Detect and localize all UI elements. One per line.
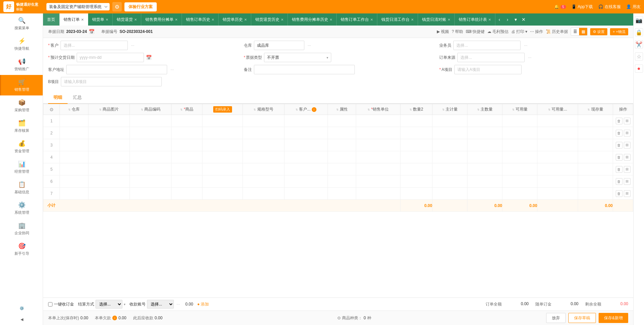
row-copy-btn[interactable]: ⊞ (624, 154, 631, 161)
right-panel-lock-btn[interactable]: 🔒 (635, 28, 643, 36)
b-project-input[interactable] (61, 77, 162, 86)
app-download-item[interactable]: 📱 App下载 (571, 4, 593, 10)
invoice-type-select[interactable]: 不开票 ▾ (264, 53, 331, 62)
tab-return[interactable]: 销货退货 ✕ (113, 13, 141, 26)
sort-icon[interactable]: ⇅ (477, 108, 480, 111)
settings-icon[interactable]: ⚙ (112, 2, 122, 11)
sidebar-item-purchase[interactable]: 📦 采购管理 (0, 95, 43, 116)
tab-close-icon[interactable]: ✕ (81, 18, 84, 22)
right-panel-clip-btn[interactable]: ✂️ (635, 40, 643, 48)
order-source-input[interactable] (457, 53, 525, 62)
row-copy-btn[interactable]: ⊞ (624, 130, 631, 136)
history-btn[interactable]: 📜 历史单据 (546, 29, 568, 35)
tab-daily-workbench[interactable]: 钱货日清工作台 ✕ (377, 13, 418, 26)
save-new-btn[interactable]: 保存&新增 (599, 313, 628, 323)
order-source-more-btn[interactable]: ··· (527, 55, 533, 60)
tab-expense-split[interactable]: 销售费用分摊单 ✕ (141, 13, 182, 26)
print-btn[interactable]: 🖨 打印 ▾ (511, 29, 527, 35)
sidebar-settings-btn[interactable]: ⚙️ (0, 303, 43, 314)
sidebar-item-marketing[interactable]: 📢 营销推广 (0, 54, 43, 75)
tab-expense-history[interactable]: 销售费用分摊单历史 ✕ (288, 13, 337, 26)
warehouse-display[interactable]: 成品库 (254, 41, 304, 50)
row-delete-btn[interactable]: 🗑 (616, 178, 622, 185)
sort-icon[interactable]: ⇅ (442, 108, 445, 111)
tab-close-icon[interactable]: ✕ (411, 18, 414, 22)
industry-btn[interactable]: 体验行业方案 (124, 2, 157, 11)
row-delete-btn[interactable]: 🗑 (616, 118, 622, 124)
sort-icon[interactable]: ⇅ (99, 108, 102, 111)
this-order-info-icon[interactable]: i (112, 316, 117, 320)
salesperson-input[interactable] (453, 41, 521, 50)
calendar-icon[interactable]: 📅 (89, 29, 94, 34)
customer-more-btn[interactable]: ··· (130, 43, 136, 48)
info-icon[interactable]: i (312, 107, 316, 112)
tab-prev-btn[interactable]: ‹ (495, 13, 503, 26)
sidebar-item-sales[interactable]: 🛒 销售管理 (0, 75, 43, 95)
row-delete-btn[interactable]: 🗑 (616, 190, 622, 197)
sort-icon[interactable]: ⇅ (410, 108, 412, 111)
row-delete-btn[interactable]: 🗑 (616, 142, 622, 149)
address-input[interactable] (66, 65, 167, 74)
sidebar-item-quicknav[interactable]: ⚡ 快捷导航 (0, 34, 43, 54)
sort-icon[interactable]: ⇅ (141, 108, 143, 111)
grid-view-btn[interactable]: ▦ (579, 28, 587, 35)
add-payment-btn[interactable]: ● 添加 (197, 301, 209, 307)
row-copy-btn[interactable]: ⊞ (624, 190, 631, 197)
discard-btn[interactable]: 放弃 (546, 313, 566, 323)
tab-close-icon[interactable]: ✕ (244, 18, 247, 22)
tab-order-workbench[interactable]: 销售订单工作台 ✕ (337, 13, 377, 26)
sort-icon[interactable]: ⇅ (548, 108, 551, 111)
right-panel-star-btn[interactable]: ☆ (635, 52, 643, 60)
add-logistics-btn[interactable]: + +物流 (610, 28, 628, 35)
sidebar-item-system[interactable]: ⚙️ 系统管理 (0, 198, 43, 218)
tab-home[interactable]: 首页 (43, 13, 60, 26)
shortcuts-btn[interactable]: ⌨ 快捷键 (466, 29, 485, 35)
tab-close-icon[interactable]: ✕ (448, 18, 450, 22)
tab-close-icon[interactable]: ✕ (106, 18, 108, 22)
settings-panel-btn[interactable]: ⚙ 设置 (590, 28, 607, 35)
tab-summary[interactable]: 汇总 (68, 92, 87, 104)
th-gear[interactable]: ⚙ (43, 104, 60, 115)
sidebar-item-guide[interactable]: 🎯 新手引导 (0, 239, 43, 259)
sort-icon[interactable]: ⇅ (254, 108, 256, 111)
scan-btn[interactable]: 扫码录入 (213, 106, 232, 113)
tab-close-icon[interactable]: ✕ (175, 18, 178, 22)
sidebar-item-search[interactable]: 🔍 搜索菜单 (0, 13, 43, 34)
help-btn[interactable]: ? 帮助 (452, 29, 463, 35)
tab-close-icon[interactable]: ✕ (134, 18, 137, 22)
customer-input[interactable] (61, 41, 128, 50)
address-more-btn[interactable]: ··· (169, 67, 175, 72)
profit-btn[interactable]: ☁ 毛利预估 (487, 29, 508, 35)
tab-sales-order[interactable]: 销售订单 ✕ (60, 13, 88, 26)
sort-icon[interactable]: ⇅ (296, 108, 298, 111)
sidebar-item-finance[interactable]: 💰 资金管理 (0, 136, 43, 157)
notification-item[interactable]: 🔔 5 (554, 4, 566, 9)
print-dropdown-icon[interactable]: ▾ (525, 29, 527, 34)
column-gear-icon[interactable]: ⚙ (49, 107, 54, 112)
warehouse-more-btn[interactable]: ··· (306, 43, 312, 48)
sort-icon[interactable]: ⇅ (588, 108, 590, 111)
delivery-calendar-icon[interactable]: 📅 (146, 55, 152, 60)
row-copy-btn[interactable]: ⊞ (624, 166, 631, 173)
tab-close-icon[interactable]: ✕ (281, 18, 283, 22)
save-draft-btn[interactable]: 保存草稿 (568, 313, 596, 323)
tab-return-history[interactable]: 销货退货历史 ✕ (251, 13, 288, 26)
right-panel-alert-btn[interactable]: ● (635, 65, 643, 73)
tab-invoice-history[interactable]: 销货单历史 ✕ (219, 13, 251, 26)
row-copy-btn[interactable]: ⊞ (624, 118, 631, 124)
tab-reconciliation[interactable]: 钱货日清对账 ✕ (418, 13, 455, 26)
sidebar-item-basic[interactable]: 📋 基础信息 (0, 177, 43, 198)
tab-close-icon[interactable]: ✕ (370, 18, 373, 22)
row-delete-btn[interactable]: 🗑 (616, 130, 622, 136)
one-click-check[interactable] (48, 302, 52, 307)
tab-close-icon[interactable]: ✕ (488, 18, 491, 22)
system-selector[interactable]: 装备及固定资产辅助管理系统 (46, 3, 110, 10)
preview-btn[interactable]: ▶ 视频 (437, 29, 449, 35)
tab-order-history[interactable]: 销售订单历史 ✕ (182, 13, 219, 26)
sort-icon[interactable]: ⇅ (336, 108, 339, 111)
user-avatar[interactable]: 👤 用友 (626, 4, 641, 10)
sidebar-collapse-btn[interactable]: ◀ (0, 314, 43, 325)
tab-close-all-btn[interactable]: ✕ (520, 13, 528, 26)
tab-detail[interactable]: 明细 (48, 92, 68, 104)
bank-more-btn[interactable]: ··· (175, 302, 181, 307)
